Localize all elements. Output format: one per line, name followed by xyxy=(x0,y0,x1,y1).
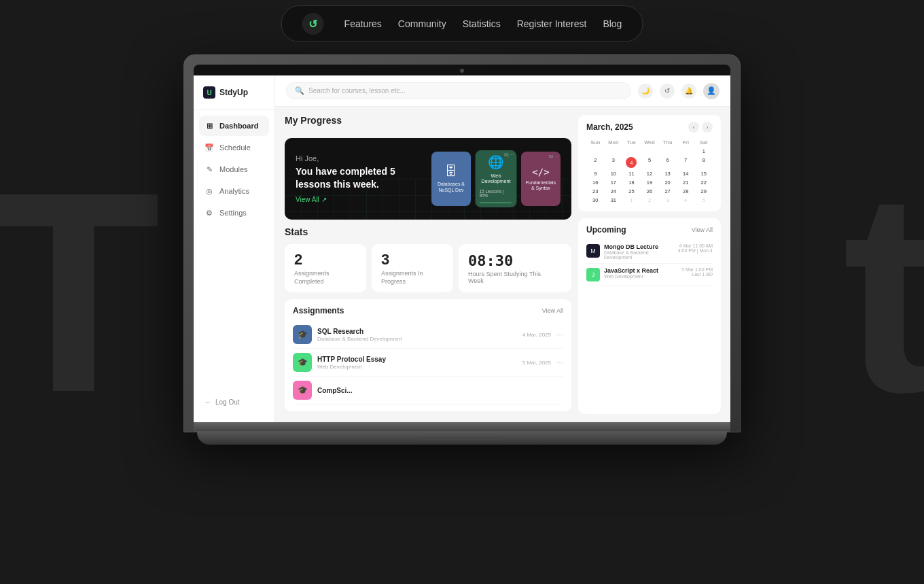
stat-label-completed: Assignments Completed xyxy=(294,270,357,286)
cal-cell[interactable]: 13 xyxy=(658,169,677,178)
sidebar-item-dashboard[interactable]: ⊞ Dashboard xyxy=(199,116,269,136)
stat-hours-number: 08:30 xyxy=(468,252,556,269)
cal-cell[interactable]: 15 xyxy=(694,169,713,178)
progress-banner: Hi Joe, You have completed 5 lessons thi… xyxy=(285,138,571,220)
cal-cell[interactable]: 6 xyxy=(658,156,677,169)
assignment-sub-http: Web Development xyxy=(317,364,517,370)
cal-next-button[interactable]: › xyxy=(702,122,713,133)
nav-community[interactable]: Community xyxy=(398,18,446,29)
cal-cell[interactable]: 4 xyxy=(677,196,695,205)
cal-cell[interactable]: 9 xyxy=(586,169,605,178)
nav-register[interactable]: Register Interest xyxy=(517,18,587,29)
nav-statistics[interactable]: Statistics xyxy=(463,18,501,29)
cal-cell[interactable]: 16 xyxy=(586,178,605,187)
cal-cell[interactable]: 24 xyxy=(605,187,623,196)
progress-section-title: My Progress xyxy=(285,115,571,126)
calendar-header: March, 2025 ‹ › xyxy=(586,122,713,133)
cal-cell[interactable]: 27 xyxy=(658,187,677,196)
sidebar-item-schedule[interactable]: 📅 Schedule xyxy=(199,137,269,158)
course-card-fundamentals[interactable]: 02 ··· </> Fundamentals & Syntax xyxy=(521,152,561,206)
upcoming-section: Upcoming View All M Mongo DB Lecture Dat… xyxy=(578,218,721,414)
cal-week-2: 9101112131415 xyxy=(586,169,713,178)
cal-cell[interactable]: 2 xyxy=(586,156,605,169)
cal-week-4: 23242526272829 xyxy=(586,187,713,196)
sidebar-logo-text: StdyUp xyxy=(219,88,248,97)
sidebar-logo: U StdyUp xyxy=(194,86,274,110)
upcoming-title: Upcoming xyxy=(586,225,626,235)
upcoming-duration-mongodb: 4:00 PM | Mon 4 xyxy=(678,248,713,253)
cal-cell[interactable]: 10 xyxy=(605,169,623,178)
upcoming-view-all[interactable]: View All xyxy=(692,226,713,233)
assignment-icon-http: 🎓 xyxy=(293,353,312,372)
cal-cell xyxy=(622,147,641,156)
stat-assignments-progress: 3 Assignments In Progress xyxy=(372,244,453,292)
sidebar: U StdyUp ⊞ Dashboard 📅 Schedule xyxy=(194,75,275,422)
logout-icon: ← xyxy=(205,398,211,406)
cal-cell[interactable]: 8 xyxy=(694,156,713,169)
cal-cell[interactable]: 1 xyxy=(622,196,641,205)
cal-cell[interactable]: 21 xyxy=(677,178,695,187)
cal-cell[interactable]: 22 xyxy=(694,178,713,187)
course-card-databases[interactable]: 🗄 Databases & NoSQL Dev xyxy=(431,152,471,206)
cal-cell[interactable]: 3 xyxy=(658,196,677,205)
course-card-webdev[interactable]: 01 ··· 🌐 Web Development 15 Lessons | 95… xyxy=(476,150,517,207)
cal-cell[interactable]: 17 xyxy=(605,178,623,187)
cal-cell[interactable]: 3 xyxy=(605,156,623,169)
nav-blog[interactable]: Blog xyxy=(603,18,622,29)
banner-cards: 🗄 Databases & NoSQL Dev 01 ··· 🌐 Web Dev… xyxy=(431,152,561,206)
assignment-icon-comp: 🎓 xyxy=(293,381,312,400)
cal-cell[interactable]: 14 xyxy=(677,169,695,178)
cal-cell[interactable]: 19 xyxy=(641,178,659,187)
sidebar-label-schedule: Schedule xyxy=(219,143,251,152)
upcoming-time-react: 5 Mar 1:00 PM xyxy=(681,267,713,272)
notifications-button[interactable]: 🔔 xyxy=(681,84,696,99)
assignment-menu-sql[interactable]: ··· xyxy=(556,330,563,339)
cal-cell[interactable]: 30 xyxy=(586,196,605,205)
nav-features[interactable]: Features xyxy=(344,18,382,29)
sidebar-item-settings[interactable]: ⚙ Settings xyxy=(199,203,269,223)
cal-cell[interactable]: 1 xyxy=(694,147,713,156)
cal-week-3: 16171819202122 xyxy=(586,178,713,187)
cal-cell[interactable]: 18 xyxy=(622,178,641,187)
cal-prev-button[interactable]: ‹ xyxy=(688,122,699,133)
cal-cell[interactable]: 20 xyxy=(658,178,677,187)
dashboard-icon: ⊞ xyxy=(205,121,214,131)
dark-mode-button[interactable]: 🌙 xyxy=(638,84,653,99)
cal-cell[interactable]: 26 xyxy=(641,187,659,196)
refresh-button[interactable]: ↺ xyxy=(660,84,675,99)
card-label-webdev: Web Development xyxy=(480,173,512,186)
cal-cell[interactable]: 23 xyxy=(586,187,605,196)
cal-header-fri: Fri xyxy=(677,138,695,147)
cal-cell[interactable]: 4 xyxy=(622,156,641,169)
cal-cell[interactable]: 2 xyxy=(641,196,659,205)
cal-cell[interactable]: 28 xyxy=(677,187,695,196)
cal-cell[interactable]: 11 xyxy=(622,169,641,178)
user-avatar[interactable]: 👤 xyxy=(703,83,719,99)
cal-cell[interactable]: 31 xyxy=(605,196,623,205)
cal-cell[interactable]: 29 xyxy=(694,187,713,196)
right-panel: March, 2025 ‹ › Sun Mon xyxy=(578,115,721,414)
sidebar-logo-icon: U xyxy=(203,86,215,99)
card-progress-bar xyxy=(480,202,512,203)
sidebar-item-modules[interactable]: ✎ Modules xyxy=(199,159,269,179)
assignment-info-sql: SQL Research Database & Backend Developm… xyxy=(317,328,517,342)
stats-row: 2 Assignments Completed 3 Assignments In… xyxy=(285,244,571,292)
cal-cell[interactable]: 12 xyxy=(641,169,659,178)
cal-cell[interactable]: 5 xyxy=(641,156,659,169)
sidebar-label-dashboard: Dashboard xyxy=(219,122,258,130)
assignment-sql: 🎓 SQL Research Database & Backend Develo… xyxy=(293,321,563,349)
sidebar-item-analytics[interactable]: ◎ Analytics xyxy=(199,181,269,201)
cal-cell[interactable]: 25 xyxy=(622,187,641,196)
assignments-view-all[interactable]: View All xyxy=(542,307,563,314)
banner-greeting: Hi Joe, xyxy=(296,154,423,162)
logout-button[interactable]: ← Log Out xyxy=(194,393,274,411)
upcoming-meta-react: 5 Mar 1:00 PM Last 1 BD xyxy=(681,267,713,277)
analytics-icon: ◎ xyxy=(205,186,214,196)
assignment-menu-http[interactable]: ··· xyxy=(556,358,563,367)
cal-week-1: 2345678 xyxy=(586,156,713,169)
search-bar[interactable]: 🔍 Search for courses, lesson etc... xyxy=(286,82,631,99)
sidebar-nav: ⊞ Dashboard 📅 Schedule ✎ Modules ◎ xyxy=(194,116,274,393)
cal-cell[interactable]: 7 xyxy=(677,156,695,169)
cal-cell[interactable]: 5 xyxy=(694,196,713,205)
sidebar-label-analytics: Analytics xyxy=(219,187,249,195)
